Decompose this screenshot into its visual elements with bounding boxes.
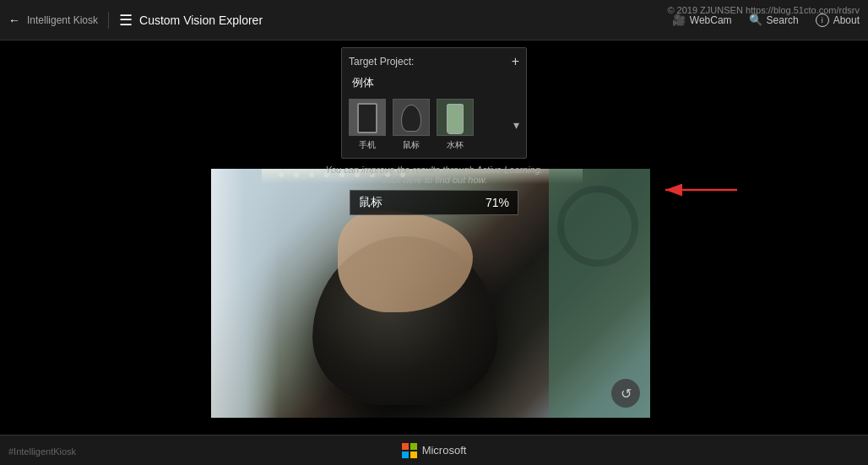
bottom-bar: Microsoft #IntelligentKiosk bbox=[0, 435, 868, 465]
webcam-icon: 🎥 bbox=[672, 14, 686, 26]
light-dot-1 bbox=[279, 172, 284, 177]
hashtag-text: #IntelligentKiosk bbox=[8, 446, 76, 457]
project-label-row: Target Project: + bbox=[349, 55, 519, 68]
light-dot-3 bbox=[309, 172, 314, 177]
tag-label-phone: 手机 bbox=[359, 139, 376, 151]
tag-item-phone[interactable]: 手机 bbox=[349, 99, 386, 151]
camera-window-light bbox=[211, 169, 279, 418]
search-label: Search bbox=[767, 14, 799, 26]
window-title: Intelligent Kiosk bbox=[27, 14, 98, 26]
ms-square-green bbox=[410, 443, 417, 450]
tag-thumb-cup bbox=[437, 99, 474, 136]
tag-label-mouse: 鼠标 bbox=[403, 139, 420, 151]
webcam-label: WebCam bbox=[690, 14, 732, 26]
add-project-button[interactable]: + bbox=[512, 55, 519, 68]
divider bbox=[108, 12, 109, 29]
ms-squares-icon bbox=[402, 443, 417, 458]
detection-label: 鼠标 bbox=[359, 195, 382, 210]
arrow-annotation bbox=[657, 177, 741, 206]
target-project-label: Target Project: bbox=[349, 56, 414, 68]
refresh-icon: ↺ bbox=[621, 386, 632, 402]
microsoft-label: Microsoft bbox=[422, 444, 467, 457]
detection-percent: 71% bbox=[486, 196, 509, 209]
light-dot-2 bbox=[294, 172, 299, 177]
tags-dropdown-icon[interactable]: ▾ bbox=[513, 118, 519, 132]
detection-result-bar: 鼠标 71% bbox=[350, 190, 518, 215]
tag-item-cup[interactable]: 水杯 bbox=[437, 99, 474, 151]
about-label: About bbox=[833, 14, 860, 26]
back-button[interactable]: ← bbox=[8, 14, 20, 27]
ms-square-red bbox=[402, 443, 409, 450]
search-button[interactable]: 🔍 Search bbox=[749, 14, 799, 26]
tag-thumb-mouse bbox=[393, 99, 430, 136]
project-panel: Target Project: + 例体 手机 鼠标 水杯 ▾ bbox=[341, 47, 527, 159]
ms-square-blue bbox=[402, 451, 409, 458]
microsoft-logo: Microsoft bbox=[402, 443, 467, 458]
app-title: Custom Vision Explorer bbox=[139, 14, 263, 27]
refresh-button[interactable]: ↺ bbox=[611, 379, 640, 408]
tags-row: 手机 鼠标 水杯 ▾ bbox=[349, 99, 519, 151]
hamburger-icon[interactable]: ☰ bbox=[119, 11, 133, 30]
search-icon: 🔍 bbox=[749, 14, 762, 26]
tag-label-cup: 水杯 bbox=[447, 139, 464, 151]
active-learning-line1: You can improve the results through Acti… bbox=[325, 165, 543, 175]
active-learning-message[interactable]: You can improve the results through Acti… bbox=[325, 165, 543, 185]
tag-thumb-phone bbox=[349, 99, 386, 136]
tag-item-mouse[interactable]: 鼠标 bbox=[393, 99, 430, 151]
webcam-button[interactable]: 🎥 WebCam bbox=[672, 14, 732, 26]
active-learning-line2: Click here to find out how. bbox=[325, 175, 543, 185]
watermark: © 2019 ZJUNSEN https://blog.51cto.com/rd… bbox=[667, 5, 868, 15]
camera-cloth bbox=[549, 169, 650, 418]
ms-square-yellow bbox=[410, 451, 417, 458]
project-name: 例体 bbox=[349, 73, 519, 92]
